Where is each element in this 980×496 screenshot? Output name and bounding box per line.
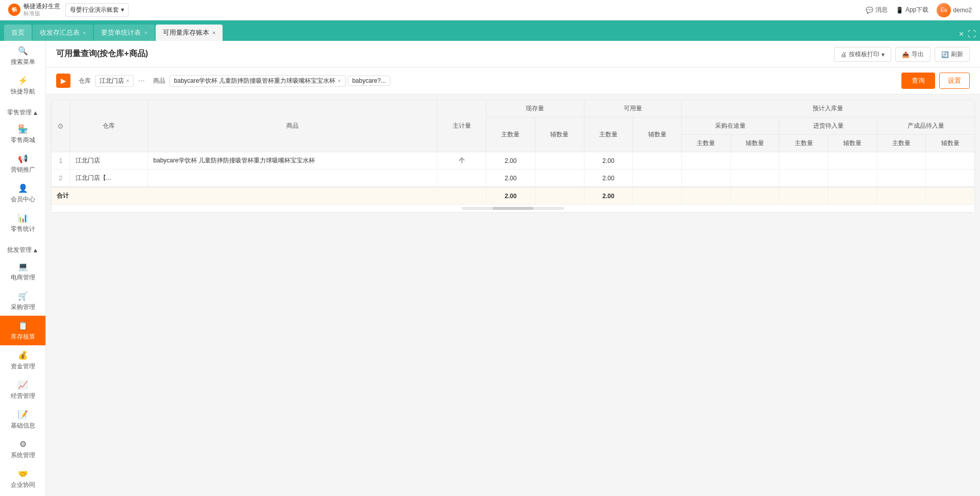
product-tag-1[interactable]: babycare?... [348, 76, 390, 86]
tab-receive-pay-label: 收发存汇总表 [40, 28, 80, 37]
warehouse-more-btn[interactable]: ··· [138, 76, 144, 85]
row-num-1: 1 [52, 152, 70, 170]
row-production-aux-1 [926, 152, 974, 170]
sidebar-item-ecommerce[interactable]: 💻 电商管理 [0, 256, 45, 286]
sidebar-item-inventory[interactable]: 📋 库存核算 [0, 316, 45, 345]
tab-available-stock[interactable]: 可用量库存账本 × [156, 25, 223, 41]
filter-actions: 查询 设置 [901, 73, 970, 89]
app-download-btn[interactable]: 📱 App下载 [896, 6, 928, 14]
sidebar-item-retail-mgmt[interactable]: 零售管理 ▲ [0, 104, 45, 119]
row-incoming-aux-2 [828, 170, 877, 187]
th-settings[interactable]: ⚙ [52, 100, 70, 152]
sidebar-item-enterprise[interactable]: 🤝 企业协同 [0, 464, 45, 493]
product-tag-text-1: babycare?... [352, 77, 386, 84]
row-product-1: babycare学饮杯 儿童防摔防撞吸管杯重力球吸嘴杯宝宝水杯 [148, 152, 437, 170]
footer-avail-main: 2.00 [584, 187, 633, 205]
row-product-2 [148, 170, 437, 187]
table-footer-row: 合计 2.00 2.00 [52, 187, 974, 205]
export-icon: 📤 [902, 51, 910, 58]
export-btn[interactable]: 📤 导出 [895, 47, 930, 62]
basic-info-icon: 📝 [18, 410, 28, 419]
industry-label: 母婴行业演示账套 [70, 6, 119, 14]
purchase-icon: 🛒 [18, 291, 28, 301]
refresh-btn[interactable]: 🔄 刷新 [935, 47, 970, 62]
page-actions: 🖨 按模板打印 ▾ 📤 导出 🔄 刷新 [834, 47, 970, 67]
th-main-unit: 主计量 [437, 100, 486, 152]
warehouse-tag-close[interactable]: × [126, 78, 129, 84]
footer-incoming-aux [828, 187, 877, 205]
tab-available-stock-close[interactable]: × [212, 30, 215, 36]
retail-stats-icon: 📊 [18, 213, 28, 223]
warehouse-tag-text: 江北门店 [100, 77, 124, 85]
th-product: 商品 [148, 100, 437, 152]
tab-home[interactable]: 首页 [4, 25, 32, 41]
footer-current-aux [535, 187, 584, 205]
table-area: ⚙ 仓库 商品 主计量 现存量 可用量 预计入库量 主数量 辅数量 [46, 95, 980, 496]
settings-icon[interactable]: ⚙ [57, 122, 64, 130]
finance-icon: 💰 [18, 350, 28, 360]
th-purchase-group: 采购在途量 [681, 117, 779, 135]
export-label: 导出 [912, 50, 924, 59]
product-tag-close-0[interactable]: × [337, 78, 340, 84]
member-center-icon: 👤 [18, 183, 28, 193]
setting-btn[interactable]: 设置 [939, 73, 970, 89]
th-purchase-main: 主数量 [681, 135, 730, 152]
warehouse-tag-0[interactable]: 江北门店 × [95, 75, 134, 87]
sidebar-item-new-guide[interactable]: 🎯 新手引导 [0, 493, 45, 496]
filter-bar: ▶ 仓库 江北门店 × ··· 商品 babycare学饮杯 儿童防摔防撞吸管杯… [46, 67, 980, 95]
product-tag-0[interactable]: babycare学饮杯 儿童防摔防撞吸管杯重力球吸嘴杯宝宝水杯 × [169, 75, 346, 87]
query-btn[interactable]: 查询 [901, 73, 935, 89]
filter-toggle-btn[interactable]: ▶ [56, 74, 70, 88]
footer-purchase-main [681, 187, 730, 205]
sidebar-item-search[interactable]: 🔍 搜索菜单 [0, 41, 45, 70]
page-title: 可用量查询(按仓库+商品) [56, 49, 148, 59]
sidebar-item-quick-nav[interactable]: ⚡ 快捷导航 [0, 70, 45, 100]
print-btn[interactable]: 🖨 按模板打印 ▾ [834, 47, 891, 62]
industry-selector[interactable]: 母婴行业演示账套 ▾ [65, 3, 129, 17]
sidebar-item-finance[interactable]: 💰 资金管理 [0, 345, 45, 375]
message-btn[interactable]: 💬 消息 [866, 6, 888, 14]
tab-order-stat[interactable]: 要货单统计表 × [94, 25, 154, 41]
row-num-2: 2 [52, 170, 70, 187]
tab-receive-pay[interactable]: 收发存汇总表 × [33, 25, 93, 41]
close-all-tabs-btn[interactable]: × [959, 30, 964, 39]
print-arrow: ▾ [881, 51, 885, 58]
sidebar-item-purchase[interactable]: 🛒 采购管理 [0, 286, 45, 316]
tab-receive-pay-close[interactable]: × [83, 30, 86, 36]
footer-incoming-main [779, 187, 828, 205]
enterprise-icon: 🤝 [18, 469, 28, 479]
sidebar-item-member-center[interactable]: 👤 会员中心 [0, 178, 45, 208]
marketing-icon: 📢 [18, 154, 28, 163]
table-row: 1 江北门店 babycare学饮杯 儿童防摔防撞吸管杯重力球吸嘴杯宝宝水杯 个… [52, 152, 974, 170]
sidebar-item-sys-mgmt[interactable]: ⚙ 系统管理 [0, 434, 45, 464]
tab-order-stat-close[interactable]: × [144, 30, 147, 36]
table-container: ⚙ 仓库 商品 主计量 现存量 可用量 预计入库量 主数量 辅数量 [51, 100, 975, 212]
table-scrollbar[interactable] [52, 205, 974, 212]
th-incoming-group: 进货待入量 [779, 117, 877, 135]
sidebar-item-marketing[interactable]: 📢 营销推广 [0, 149, 45, 178]
message-label: 消息 [875, 6, 888, 14]
sidebar-item-wholesale[interactable]: 批发管理 ▲ [0, 242, 45, 256]
tab-home-label: 首页 [11, 28, 24, 37]
sidebar-item-basic-info[interactable]: 📝 基础信息 [0, 405, 45, 434]
tab-bar-actions: × ⛶ [959, 30, 976, 41]
scrollbar-thumb[interactable] [493, 207, 533, 210]
expand-btn[interactable]: ⛶ [968, 30, 976, 39]
footer-purchase-aux [730, 187, 779, 205]
row-avail-aux-1 [633, 152, 682, 170]
sidebar-finance-label: 资金管理 [11, 362, 35, 371]
sidebar-item-operations[interactable]: 📈 经营管理 [0, 375, 45, 405]
sidebar-retail-mall-label: 零售商城 [11, 136, 35, 145]
row-purchase-aux-2 [730, 170, 779, 187]
page-header: 可用量查询(按仓库+商品) 🖨 按模板打印 ▾ 📤 导出 🔄 刷新 [46, 41, 980, 67]
table-row: 2 江北门店【... 2.00 2.00 [52, 170, 974, 187]
th-available: 可用量 [584, 100, 681, 117]
main-layout: 🔍 搜索菜单 ⚡ 快捷导航 零售管理 ▲ 🏪 零售商城 📢 营销推广 👤 会员中… [0, 41, 980, 496]
sidebar-item-retail-stats[interactable]: 📊 零售统计 [0, 208, 45, 238]
sidebar-item-retail-mall[interactable]: 🏪 零售商城 [0, 119, 45, 149]
row-current-aux-1 [535, 152, 584, 170]
tab-order-stat-label: 要货单统计表 [101, 28, 141, 37]
app-icon: 📱 [896, 7, 903, 14]
user-profile[interactable]: Ea demo2 [937, 3, 972, 17]
row-incoming-main-1 [779, 152, 828, 170]
